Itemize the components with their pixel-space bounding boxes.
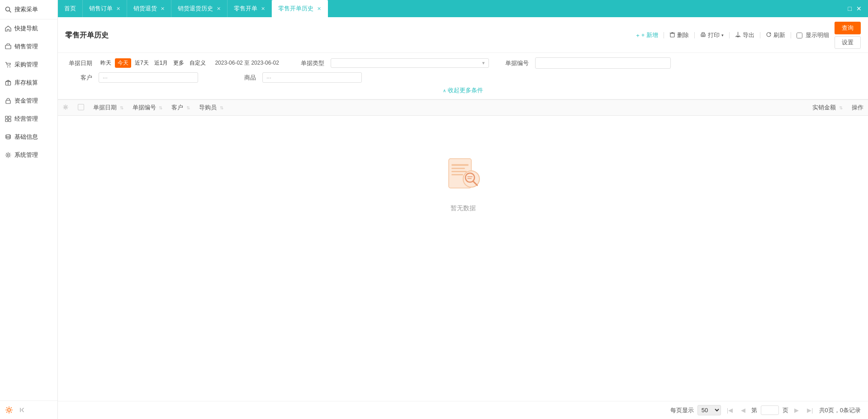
svg-rect-8 [5, 116, 8, 118]
th-action: 操作 [847, 100, 868, 116]
tab-label: 零售开单历史 [278, 5, 313, 13]
tab-sales-return-history[interactable]: 销货退货历史 ✕ [171, 0, 228, 17]
sidebar-item-sys-mgmt[interactable]: 系统管理 [0, 146, 57, 164]
customer-select[interactable]: ··· [99, 72, 198, 83]
chart-icon [5, 115, 12, 122]
content-area: 零售开单历史 + + 新增 删除 打印 [58, 17, 868, 419]
svg-rect-22 [451, 164, 469, 166]
svg-rect-16 [670, 33, 674, 37]
first-page-button[interactable]: |◀ [725, 406, 735, 414]
tab-retail-order-history[interactable]: 零售开单历史 ✕ [272, 0, 328, 17]
header-checkbox[interactable] [78, 104, 84, 110]
date-btn-1month[interactable]: 近1月 [152, 58, 170, 68]
date-btn-today[interactable]: 今天 [115, 58, 131, 68]
date-btn-7days[interactable]: 近7天 [133, 58, 151, 68]
tab-sales-order[interactable]: 销售订单 ✕ [83, 0, 127, 17]
page-number-input[interactable]: 1 [761, 405, 779, 415]
sort-icon: ⇅ [120, 105, 123, 110]
setting-button[interactable]: 设置 [835, 36, 861, 49]
tab-close-icon[interactable]: ✕ [116, 6, 120, 12]
settings-bottom-icon[interactable] [5, 405, 14, 414]
type-label: 单据类型 [297, 59, 324, 67]
sidebar-item-quick-nav[interactable]: 快捷导航 [0, 19, 57, 38]
th-amount[interactable]: 实销金额 ⇅ [808, 100, 847, 116]
th-salesperson[interactable]: 导购员 ⇅ [194, 100, 228, 116]
tab-retail-order[interactable]: 零售开单 ✕ [228, 0, 272, 17]
svg-rect-17 [701, 34, 705, 37]
page-size-select[interactable]: 50 100 200 [697, 405, 721, 415]
svg-rect-9 [9, 116, 11, 118]
collapse-filter-button[interactable]: ∧ 收起更多条件 [65, 86, 861, 94]
tab-sales-return[interactable]: 销货退货 ✕ [127, 0, 171, 17]
divider [729, 32, 730, 38]
date-btn-yesterday[interactable]: 昨天 [99, 58, 113, 68]
empty-row: 暂无数据 [58, 116, 868, 231]
divider [664, 32, 664, 38]
tab-label: 销货退货历史 [178, 5, 213, 13]
type-select-arrow: ▾ [482, 60, 485, 66]
svg-point-20 [65, 106, 66, 108]
page-title: 零售开单历史 [65, 31, 109, 40]
page-total: 共0页，0条记录 [819, 406, 861, 414]
pagination: 每页显示 50 100 200 |◀ ◀ 第 1 页 ▶ ▶| 共0页，0条记录 [58, 401, 868, 419]
page-size-label: 每页显示 [670, 406, 694, 414]
prev-page-button[interactable]: ◀ [739, 406, 748, 414]
sidebar-item-base-info[interactable]: 基础信息 [0, 128, 57, 146]
refresh-button[interactable]: 刷新 [766, 31, 785, 39]
tab-close-icon[interactable]: ✕ [317, 6, 321, 12]
svg-rect-24 [451, 171, 467, 172]
th-spacer [228, 100, 808, 116]
svg-rect-25 [451, 174, 463, 175]
window-restore-icon[interactable]: □ [848, 5, 852, 12]
th-amount-label: 实销金额 [812, 104, 836, 111]
date-btn-more[interactable]: 更多 [171, 58, 186, 68]
display-detail-button[interactable]: 显示明细 [797, 31, 829, 39]
svg-rect-10 [5, 119, 8, 122]
tabbar: 首页 销售订单 ✕ 销货退货 ✕ 销货退货历史 ✕ 零售开单 ✕ 零售开单历史 … [58, 0, 868, 17]
th-num-label: 单据编号 [133, 104, 156, 111]
th-customer[interactable]: 客户 ⇅ [167, 100, 194, 116]
refresh-icon [766, 32, 772, 39]
tab-close-icon[interactable]: ✕ [261, 6, 265, 12]
sort-icon: ⇅ [839, 105, 843, 110]
sidebar-item-sales-mgmt[interactable]: 销售管理 [0, 38, 57, 56]
date-btn-custom[interactable]: 自定义 [188, 58, 208, 68]
goods-select[interactable]: ··· [262, 72, 362, 83]
window-close-icon[interactable]: ✕ [856, 5, 862, 12]
filter-row-2: 客户 ··· 商品 ··· [65, 72, 861, 83]
export-icon [735, 32, 741, 39]
sidebar-item-ops-mgmt[interactable]: 经营管理 [0, 110, 57, 128]
th-date[interactable]: 单据日期 ⇅ [89, 100, 128, 116]
sidebar-item-inventory[interactable]: 库存核算 [0, 74, 57, 92]
tab-close-icon[interactable]: ✕ [161, 6, 165, 12]
delete-button[interactable]: 删除 [669, 31, 689, 39]
sidebar-item-finance[interactable]: 资金管理 [0, 92, 57, 110]
sidebar-search[interactable]: 搜索采单 [0, 0, 57, 19]
print-dropdown-icon: ▾ [721, 33, 724, 38]
th-settings[interactable] [58, 100, 73, 116]
goods-label: 商品 [229, 74, 256, 82]
tab-close-icon[interactable]: ✕ [217, 6, 221, 12]
svg-rect-11 [9, 119, 11, 122]
display-detail-checkbox[interactable] [797, 33, 802, 38]
svg-point-3 [7, 66, 8, 67]
print-button[interactable]: 打印 ▾ [700, 31, 724, 39]
sidebar-item-label: 库存核算 [14, 79, 38, 87]
th-num[interactable]: 单据编号 ⇅ [128, 100, 167, 116]
export-button[interactable]: 导出 [735, 31, 754, 39]
type-select[interactable]: ▾ [331, 58, 489, 68]
th-checkbox[interactable] [73, 100, 89, 116]
print-icon [700, 32, 706, 39]
sidebar-item-label: 采购管理 [14, 61, 38, 69]
new-button[interactable]: + + 新增 [636, 31, 658, 39]
collapse-sidebar-icon[interactable] [18, 405, 27, 414]
tag-icon [5, 43, 12, 50]
svg-line-1 [9, 11, 11, 13]
query-button[interactable]: 查询 [835, 22, 861, 34]
sidebar-item-purchase-mgmt[interactable]: 采购管理 [0, 56, 57, 74]
last-page-button[interactable]: ▶| [805, 406, 815, 414]
tab-home[interactable]: 首页 [58, 0, 83, 17]
num-input[interactable] [535, 57, 671, 69]
sidebar-item-label: 资金管理 [14, 97, 38, 105]
next-page-button[interactable]: ▶ [792, 406, 801, 414]
